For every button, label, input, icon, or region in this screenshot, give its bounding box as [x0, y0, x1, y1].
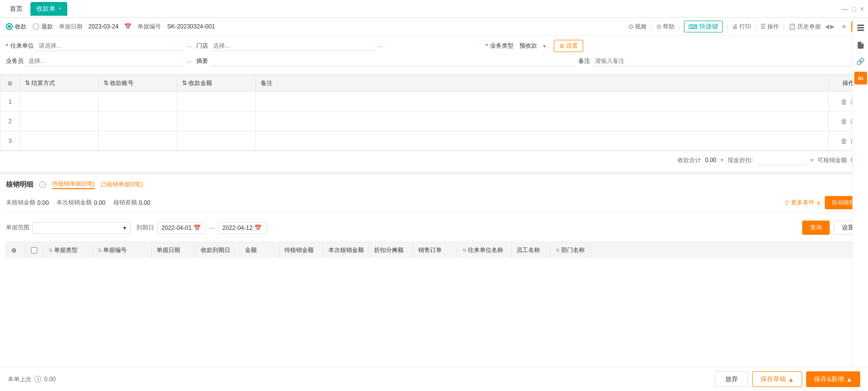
current-order-value: 0.00 [44, 376, 55, 383]
plus-sign: + [720, 157, 724, 164]
discard-btn[interactable]: 放弃 [715, 371, 748, 387]
print-btn[interactable]: 🖨 打印 [732, 23, 751, 31]
print-icon: 🖨 [732, 23, 738, 30]
bth-gear[interactable]: ⚙ [6, 243, 26, 258]
bth-current: 本次核销金额 [324, 242, 369, 258]
staff-more-btn[interactable]: ··· [187, 57, 192, 65]
row-1-note[interactable] [256, 92, 829, 112]
tab-receipt[interactable]: 收款单 × [30, 2, 67, 16]
nav-prev[interactable]: ◀ [825, 23, 829, 30]
svg-rect-2 [857, 29, 864, 31]
date-separator: — [209, 224, 215, 231]
diff-stat: 核销差额 0.00 [113, 198, 150, 207]
operation-btn[interactable]: ☰ 操作 [760, 23, 779, 31]
due-date-field: 到期日 2022-04-01 📅 — 2022-04-12 📅 [136, 222, 267, 234]
save-draft-btn[interactable]: 保存草稿 ▲ [752, 371, 803, 387]
row-2-amount[interactable] [177, 112, 256, 131]
date-to-value: 2022-04-12 [222, 224, 252, 231]
store-input[interactable] [210, 41, 375, 51]
store-more-btn[interactable]: ··· [377, 42, 383, 50]
save-dropdown-icon: ▲ [846, 376, 852, 383]
date-from-input[interactable]: 2022-04-01 📅 [157, 222, 206, 234]
summary-input[interactable] [210, 56, 574, 66]
row-3-note[interactable] [256, 131, 829, 151]
row-2-account[interactable] [99, 112, 177, 131]
row-3-payment[interactable] [20, 131, 99, 151]
row-3-delete-icon[interactable]: 🗑 [841, 137, 847, 145]
th-account: ⇅ 收款账号 [99, 75, 177, 92]
row-1-amount[interactable] [177, 92, 256, 112]
radio-receipt[interactable]: 收款 [6, 23, 27, 31]
save-new-btn[interactable]: 保存&新增 ▲ [806, 371, 860, 387]
radio-refund-dot [32, 23, 39, 30]
bottom-info-icon[interactable]: ℹ [34, 376, 41, 383]
bth-checkbox [26, 243, 44, 257]
history-btn[interactable]: 📋 历史单据 [788, 23, 821, 31]
current-stat: 本次核销金额 0.00 [56, 198, 105, 207]
window-max-btn[interactable]: □ [852, 5, 856, 13]
due-date-label: 到期日 [136, 223, 154, 232]
row-1-delete-icon[interactable]: 🗑 [841, 98, 847, 106]
row-3-num: 3 [0, 131, 20, 151]
table-wrapper: ⚙ ⇅ 结算方式 ⇅ 收款账号 ⇅ 收款金额 [0, 75, 868, 151]
counterpart-label: 往来单位 [10, 42, 34, 50]
more-conditions-btn[interactable]: ▽ 更多条件 ∧ [785, 198, 821, 207]
unchecked-value: 0.00 [37, 199, 49, 206]
row-3-account[interactable] [99, 131, 177, 151]
done-tab[interactable]: 已核销单据(0笔) [101, 180, 143, 189]
help-btn[interactable]: ⊙ 帮助 [656, 23, 675, 31]
staff-input[interactable] [26, 56, 185, 66]
tab-receipt-close[interactable]: × [58, 6, 61, 11]
sidebar-link-icon[interactable]: 🔗 [854, 55, 867, 68]
pending-tab[interactable]: 待核销单据(0笔) [52, 180, 95, 189]
counterpart-input[interactable] [36, 41, 185, 51]
verify-info-icon[interactable]: i [39, 181, 46, 188]
row-2-delete-icon[interactable]: 🗑 [841, 117, 847, 125]
keyboard-btn[interactable]: ⌨ 快捷键 [684, 21, 723, 32]
video-btn[interactable]: ⊙ 视频 [628, 23, 647, 31]
svg-rect-1 [857, 27, 864, 28]
sidebar-document-icon[interactable] [854, 38, 867, 51]
unchecked-stat: 未核销金额 0.00 [6, 198, 49, 207]
note-field: 备注 [578, 56, 862, 66]
th-payment-method: ⇅ 结算方式 [20, 75, 99, 92]
radio-receipt-label: 收款 [15, 23, 27, 31]
settings-button[interactable]: ⚙ 设置 [554, 40, 583, 52]
row-1-account[interactable] [99, 92, 177, 112]
bottom-buttons: 放弃 保存草稿 ▲ 保存&新增 ▲ [715, 371, 860, 387]
filter-icon: ▽ [785, 199, 789, 206]
operation-icon: ☰ [760, 23, 766, 30]
range-label: 单据范围 [6, 223, 29, 232]
th-gear[interactable]: ⚙ [0, 75, 20, 92]
btype-dropdown-icon[interactable]: ▾ [543, 43, 546, 50]
nav-next[interactable]: ▶ [830, 23, 835, 30]
query-btn[interactable]: 查询 [802, 221, 830, 235]
counterpart-more-btn[interactable]: ··· [187, 42, 192, 50]
view-list-icon[interactable]: ≡ [839, 21, 849, 32]
toolbar: 收款 退款 单据日期 2023-03-24 📅 单据编号 SK-20230324… [0, 18, 868, 36]
row-1-payment[interactable] [20, 92, 99, 112]
window-min-btn[interactable]: — [841, 5, 848, 13]
range-select[interactable]: ▾ [32, 222, 131, 234]
number-label: 单据编号 [137, 23, 161, 31]
discount-input[interactable] [757, 155, 806, 165]
sidebar-ai-icon[interactable]: Ai [854, 72, 867, 84]
row-2-payment[interactable] [20, 112, 99, 131]
note-input[interactable] [592, 56, 862, 66]
bth-discount: 折扣分摊额 [369, 242, 413, 258]
calendar-icon[interactable]: 📅 [124, 23, 132, 30]
row-2-note[interactable] [256, 112, 829, 131]
bottom-table-container: ⚙ ⇅ 单据类型 ⇅ 单据编号 单据日期 收款到期日 [6, 242, 862, 258]
filter-row: 单据范围 ▾ 到期日 2022-04-01 📅 — 2022-04-12 📅 [6, 217, 862, 239]
stats-row: 未核销金额 0.00 本次核销金额 0.00 核销差额 0.00 ▽ 更多条件 … [6, 193, 862, 213]
nav-arrows: ◀ ▶ [825, 23, 835, 30]
select-all-checkbox[interactable] [31, 247, 37, 253]
window-close-btn[interactable]: × [860, 5, 864, 13]
date-to-input[interactable]: 2022-04-12 📅 [218, 222, 267, 234]
tab-home[interactable]: 首页 [4, 2, 28, 16]
counterpart-required: * [6, 43, 8, 50]
row-3-amount[interactable] [177, 131, 256, 151]
sidebar-table-icon[interactable] [854, 22, 867, 34]
radio-refund[interactable]: 退款 [32, 23, 53, 31]
total-value: 0.00 [705, 157, 716, 164]
